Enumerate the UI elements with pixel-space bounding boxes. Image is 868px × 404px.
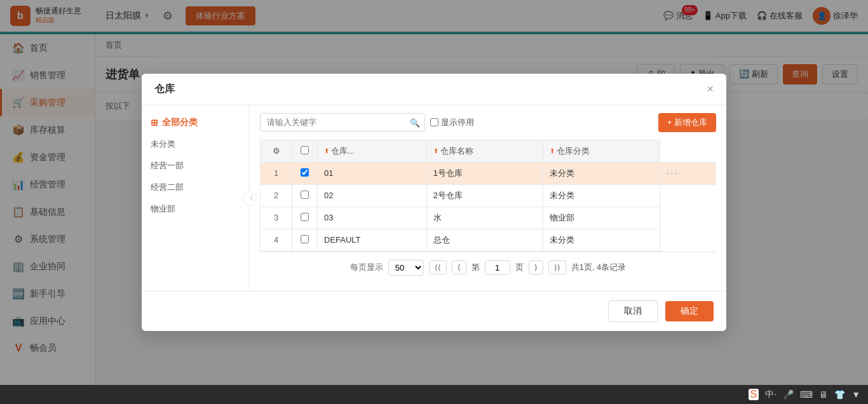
status-arrow-icon: ▼ xyxy=(851,389,860,400)
category-all-label: 全部分类 xyxy=(162,117,198,128)
table-row[interactable]: 3 03 水 物业部 xyxy=(261,206,716,229)
page-num-input[interactable] xyxy=(485,260,510,275)
row-code: 02 xyxy=(318,184,427,206)
col-name-sort-icon: ⬆ xyxy=(433,147,438,154)
modal-body: ⊞ 全部分类 未分类 经营一部 经营二部 物业部 《 🔍 xyxy=(142,105,726,291)
table-toolbar: 🔍 显示停用 + 新增仓库 xyxy=(260,113,716,132)
row-name: 水 xyxy=(426,206,543,229)
row-checkbox[interactable] xyxy=(301,235,309,243)
col-code-sort-icon: ⬆ xyxy=(324,147,329,154)
status-s-icon: S xyxy=(749,389,759,400)
row-checkbox[interactable] xyxy=(301,191,309,199)
category-item-ops1[interactable]: 经营一部 xyxy=(142,155,249,177)
row-num: 4 xyxy=(261,229,292,251)
page-suffix: 页 xyxy=(515,262,524,273)
category-all-btn[interactable]: ⊞ 全部分类 xyxy=(142,112,249,133)
modal-footer: 取消 确定 xyxy=(142,291,726,331)
modal-close-btn[interactable]: × xyxy=(707,83,714,95)
row-name: 总仓 xyxy=(426,229,543,251)
page-last-btn[interactable]: ⟩⟩ xyxy=(548,260,566,274)
row-category: 未分类 xyxy=(543,229,660,251)
row-category: 未分类 xyxy=(543,162,660,184)
col-cat-sort-icon: ⬆ xyxy=(550,147,555,154)
category-panel: ⊞ 全部分类 未分类 经营一部 经营二部 物业部 《 xyxy=(142,105,250,291)
col-header-name[interactable]: ⬆ 仓库名称 xyxy=(426,140,543,162)
row-checkbox-cell[interactable] xyxy=(292,184,318,206)
status-mic-icon: 🎤 xyxy=(783,389,794,400)
row-checkbox[interactable] xyxy=(301,213,309,221)
show-disabled-checkbox[interactable] xyxy=(430,118,438,126)
page-label: 第 xyxy=(471,262,480,273)
page-prev-btn[interactable]: ⟨ xyxy=(452,260,466,274)
row-num: 1 xyxy=(261,162,292,184)
category-item-uncategorized[interactable]: 未分类 xyxy=(142,133,249,155)
add-warehouse-btn[interactable]: + 新增仓库 xyxy=(658,113,716,132)
per-page-label: 每页显示 xyxy=(350,262,383,273)
page-first-btn[interactable]: ⟨⟨ xyxy=(429,260,447,274)
row-code: 03 xyxy=(318,206,427,229)
confirm-btn[interactable]: 确定 xyxy=(665,301,714,321)
row-category: 物业部 xyxy=(543,206,660,229)
status-lang-icon: 中· xyxy=(765,389,776,400)
total-label: 共1页, 4条记录 xyxy=(571,262,627,273)
warehouse-table: ⚙ ⬆ 仓库... ⬆ 仓库名称 xyxy=(260,140,716,252)
status-keyboard-icon: ⌨ xyxy=(800,389,813,400)
col-header-settings[interactable]: ⚙ xyxy=(261,140,292,162)
col-header-category[interactable]: ⬆ 仓库分类 xyxy=(543,140,660,162)
table-panel: 🔍 显示停用 + 新增仓库 ⚙ xyxy=(250,105,726,291)
per-page-select[interactable]: 10 20 50 100 xyxy=(388,260,424,276)
modal-title: 仓库 xyxy=(154,83,175,96)
grid-icon: ⊞ xyxy=(151,118,158,128)
row-checkbox[interactable] xyxy=(301,168,309,177)
search-input[interactable] xyxy=(260,113,425,131)
row-num: 2 xyxy=(261,184,292,206)
table-row[interactable]: 4 DEFAULT 总仓 未分类 xyxy=(261,229,716,251)
col-header-checkbox xyxy=(292,140,318,162)
modal-overlay: 仓库 × ⊞ 全部分类 未分类 经营一部 经营二部 物业部 《 xyxy=(0,0,868,404)
row-name: 1号仓库 xyxy=(426,162,543,184)
row-name: 2号仓库 xyxy=(426,184,543,206)
search-icon[interactable]: 🔍 xyxy=(410,118,420,127)
row-code: DEFAULT xyxy=(318,229,427,251)
category-collapse-btn[interactable]: 《 xyxy=(243,191,257,205)
page-next-btn[interactable]: ⟩ xyxy=(529,260,543,274)
row-checkbox-cell[interactable] xyxy=(292,229,318,251)
status-shirt-icon: 👕 xyxy=(834,389,845,400)
search-input-wrap: 🔍 xyxy=(260,113,425,131)
table-row[interactable]: 2 02 2号仓库 未分类 xyxy=(261,184,716,206)
warehouse-modal: 仓库 × ⊞ 全部分类 未分类 经营一部 经营二部 物业部 《 xyxy=(142,74,726,331)
row-checkbox-cell[interactable] xyxy=(292,162,318,184)
status-bar: S 中· 🎤 ⌨ 🖥 👕 ▼ xyxy=(0,385,868,404)
cancel-btn[interactable]: 取消 xyxy=(608,300,658,322)
category-item-ops2[interactable]: 经营二部 xyxy=(142,177,249,198)
show-disabled-label: 显示停用 xyxy=(441,117,474,128)
modal-header: 仓库 × xyxy=(142,74,726,105)
col-header-code[interactable]: ⬆ 仓库... xyxy=(318,140,427,162)
row-num: 3 xyxy=(261,206,292,229)
row-more-btn[interactable]: ··· xyxy=(660,162,715,184)
status-monitor-icon: 🖥 xyxy=(819,389,828,400)
row-checkbox-cell[interactable] xyxy=(292,206,318,229)
row-category: 未分类 xyxy=(543,184,660,206)
category-item-property[interactable]: 物业部 xyxy=(142,198,249,220)
table-row[interactable]: 1 01 1号仓库 未分类 ··· xyxy=(261,162,716,184)
select-all-checkbox[interactable] xyxy=(301,146,309,154)
row-code: 01 xyxy=(318,162,427,184)
show-disabled-wrap: 显示停用 xyxy=(430,117,474,128)
pagination-bar: 每页显示 10 20 50 100 ⟨⟨ ⟨ 第 页 ⟩ ⟩⟩ 共1页, 4条记… xyxy=(260,252,716,283)
